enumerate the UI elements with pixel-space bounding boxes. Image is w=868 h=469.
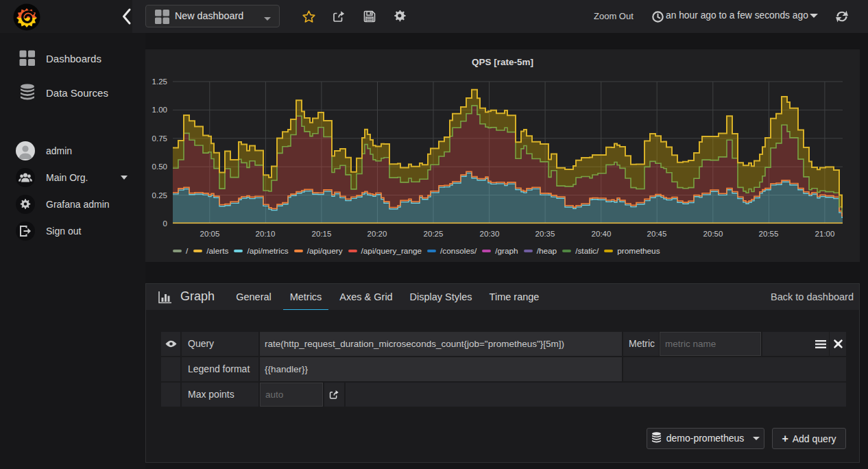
svg-text:20:25: 20:25 — [424, 230, 444, 238]
svg-text:1.25: 1.25 — [152, 77, 167, 86]
svg-text:20:30: 20:30 — [480, 230, 500, 238]
svg-text:20:20: 20:20 — [367, 230, 387, 238]
svg-text:0: 0 — [163, 219, 167, 228]
svg-text:20:35: 20:35 — [535, 230, 555, 238]
svg-text:0.25: 0.25 — [152, 191, 167, 200]
svg-text:21:00: 21:00 — [815, 230, 835, 238]
svg-text:20:45: 20:45 — [647, 230, 667, 238]
svg-text:0.50: 0.50 — [152, 163, 167, 171]
svg-text:0.75: 0.75 — [152, 134, 167, 143]
svg-text:20:40: 20:40 — [592, 230, 612, 238]
svg-text:20:50: 20:50 — [703, 230, 723, 238]
svg-text:1.00: 1.00 — [152, 106, 167, 114]
svg-text:20:55: 20:55 — [759, 230, 779, 238]
svg-text:20:05: 20:05 — [200, 230, 220, 238]
svg-text:20:10: 20:10 — [256, 230, 276, 238]
svg-text:20:15: 20:15 — [312, 230, 332, 238]
